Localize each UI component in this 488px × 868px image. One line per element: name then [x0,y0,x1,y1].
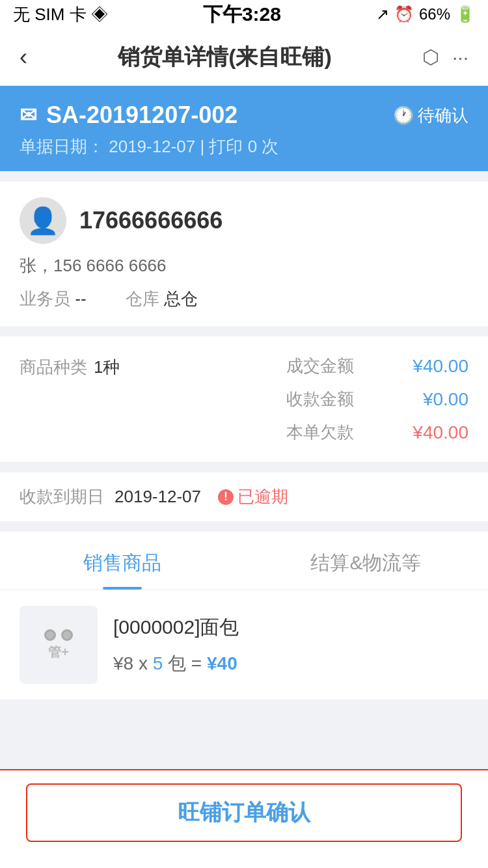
nav-bar: ‹ 销货单详情(来自旺铺) ⬡ ··· [0,29,488,86]
customer-meta: 业务员 -- 仓库 总仓 [20,288,468,310]
tab-settlement-logistics[interactable]: 结算&物流等 [244,532,488,590]
product-total: ¥40 [207,653,237,673]
confirm-order-button[interactable]: 旺铺订单确认 [26,783,462,842]
due-date-value: 2019-12-07 [115,487,201,507]
product-unit: 包 [168,653,186,673]
transaction-row: 成交金额 ¥40.00 [286,349,468,383]
customer-phone: 17666666666 [79,207,223,234]
product-logo: 管+ [44,629,73,661]
summary-card: 商品种类 1种 成交金额 ¥40.00 收款金额 ¥0.00 本单欠款 ¥40.… [0,336,488,462]
product-qty: 5 [153,653,163,673]
sales-label: 业务员 [20,289,70,308]
summary-left: 商品种类 1种 [20,349,120,385]
product-price: ¥8 x 5 包 = ¥40 [113,651,468,676]
overdue-dot-icon: ! [218,489,234,505]
owed-label: 本单欠款 [286,421,354,444]
transaction-value: ¥40.00 [413,356,468,377]
status-right: ↗ ⏰ 66% 🔋 [376,5,475,23]
warehouse-value: 总仓 [164,289,198,308]
overdue-badge: ! 已逾期 [218,485,288,508]
due-label: 收款到期日 [20,485,104,508]
more-icon[interactable]: ··· [452,46,468,68]
owed-value: ¥40.00 [413,422,468,443]
received-label: 收款金额 [286,388,354,411]
product-type-info: 商品种类 1种 [20,349,120,385]
battery-level: 66% [419,5,450,23]
nav-right: ⬡ ··· [422,46,468,68]
back-button[interactable]: ‹ [20,44,27,71]
share-icon[interactable]: ⬡ [422,46,439,68]
received-value: ¥0.00 [423,389,468,410]
status-left: 无 SIM 卡 ◈ [13,3,108,26]
order-id: ✉ SA-20191207-002 [20,102,237,129]
multiply-sign: x [139,653,148,673]
gps-icon: ↗ [376,5,389,23]
product-item: 管+ [0000002]面包 ¥8 x 5 包 = ¥40 [0,590,488,699]
sales-value: -- [75,289,86,308]
owl-text: 管+ [48,644,69,661]
sim-status: 无 SIM 卡 ◈ [13,3,108,26]
type-label: 商品种类 [20,356,87,379]
equals-sign: = [191,653,202,673]
due-date-card: 收款到期日 2019-12-07 ! 已逾期 [0,472,488,521]
product-info: [0000002]面包 ¥8 x 5 包 = ¥40 [113,614,468,676]
person-icon: 👤 [27,206,59,236]
page-title: 销货单详情(来自旺铺) [118,42,332,72]
status-time: 下午3:28 [203,1,281,28]
transaction-label: 成交金额 [286,355,354,377]
order-date-info: 单据日期： 2019-12-07 | 打印 0 次 [20,135,468,158]
product-name: [0000002]面包 [113,614,468,641]
type-value: 1种 [94,356,120,379]
tab-bar: 销售商品 结算&物流等 [0,532,488,590]
order-header-card: ✉ SA-20191207-002 🕐 待确认 单据日期： 2019-12-07… [0,86,488,171]
order-status: 🕐 待确认 [393,104,468,127]
unit-price: ¥8 [113,653,133,673]
product-list: 管+ [0000002]面包 ¥8 x 5 包 = ¥40 [0,590,488,699]
nav-left: ‹ [20,44,27,71]
sales-info: 业务员 -- [20,288,87,310]
summary-right: 成交金额 ¥40.00 收款金额 ¥0.00 本单欠款 ¥40.00 [286,349,468,449]
tab-sales-products[interactable]: 销售商品 [0,532,244,590]
order-icon: ✉ [20,103,37,128]
product-thumbnail: 管+ [20,606,98,684]
customer-card: 👤 17666666666 张，156 6666 6666 业务员 -- 仓库 … [0,182,488,326]
warehouse-label: 仓库 [126,289,159,308]
battery-icon: 🔋 [455,5,475,23]
bottom-bar: 旺铺订单确认 [0,769,488,868]
owl-eye-left [44,629,56,641]
customer-detail: 张，156 6666 6666 [20,254,468,277]
avatar: 👤 [20,197,66,244]
status-clock-icon: 🕐 [393,105,414,126]
received-row: 收款金额 ¥0.00 [286,383,468,416]
clock-icon: ⏰ [394,5,414,23]
owed-row: 本单欠款 ¥40.00 [286,416,468,449]
overdue-text: 已逾期 [237,485,288,508]
warehouse-info: 仓库 总仓 [126,288,198,310]
status-bar: 无 SIM 卡 ◈ 下午3:28 ↗ ⏰ 66% 🔋 [0,0,488,29]
owl-eye-right [61,629,73,641]
